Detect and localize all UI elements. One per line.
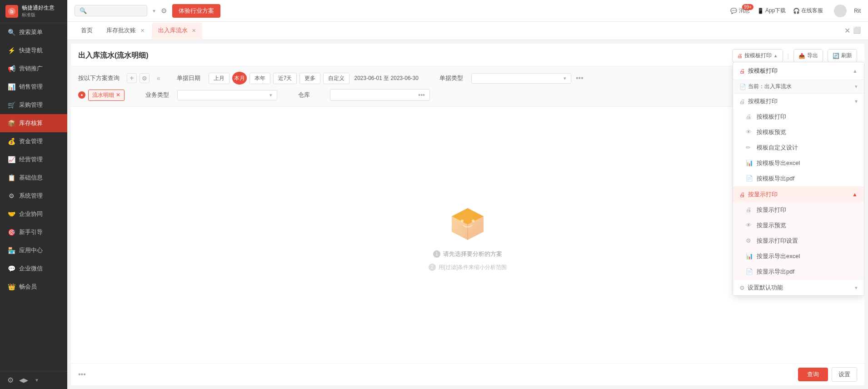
topbar: 🔍 ▾ ⚙ 体验行业方案 💬 消息 99+ 📱 App下载 🎧 在线客服 Rit xyxy=(67,0,868,22)
sidebar-item-operations[interactable]: 📈 经营管理 xyxy=(0,150,67,169)
refresh-btn[interactable]: 🔄 刷新 xyxy=(828,49,857,62)
topbar-search-input[interactable] xyxy=(90,8,135,14)
biz-type-select[interactable]: ▾ xyxy=(177,90,277,100)
query-btn[interactable]: 查询 xyxy=(798,368,828,381)
close-window-icon[interactable]: ✕ xyxy=(844,26,850,35)
step2-num: 2 xyxy=(429,264,436,271)
date-btn-custom[interactable]: 自定义 xyxy=(323,73,349,84)
collapse-sidebar-icon[interactable]: ◀▶ xyxy=(19,377,28,384)
step1-num: 1 xyxy=(433,250,440,258)
sidebar-item-basic[interactable]: 📋 基础信息 xyxy=(0,169,67,187)
setting-btn[interactable]: 设置 xyxy=(832,367,857,382)
sidebar-item-label: 库存核算 xyxy=(19,119,43,127)
tab-close-inventory-batch[interactable]: ✕ xyxy=(140,28,145,33)
date-btn-this-month[interactable]: 本月 xyxy=(232,72,247,85)
trial-btn[interactable]: 体验行业方案 xyxy=(172,4,220,18)
refresh-icon: 🔄 xyxy=(833,53,839,59)
message-btn[interactable]: 💬 消息 99+ xyxy=(730,7,750,15)
dropdown-footer[interactable]: ⚙ 设置默认功能 ▾ xyxy=(733,280,864,295)
date-btn-more[interactable]: 更多 xyxy=(299,73,320,84)
display-print-item-1[interactable]: 🖨 按显示打印 xyxy=(733,202,864,218)
display-print-item-3[interactable]: ⚙ 按显示打印设置 xyxy=(733,233,864,249)
settings-bottom-icon[interactable]: ⚙ xyxy=(7,376,14,384)
print-template-btn[interactable]: 🖨 按模板打印 ▲ xyxy=(732,49,783,62)
sidebar-item-shortcut[interactable]: ⚡ 快捷导航 xyxy=(0,41,67,60)
sidebar-item-member[interactable]: 👑 畅会员 xyxy=(0,278,67,296)
template-print-item-5[interactable]: 📄 按模板导出pdf xyxy=(733,171,864,186)
maximize-icon[interactable]: ⬜ xyxy=(853,26,861,35)
empty-illustration xyxy=(445,199,490,244)
template-print-item-4[interactable]: 📊 按模板导出excel xyxy=(733,155,864,171)
target-icon: 🎯 xyxy=(7,229,15,236)
tab-inout-flow[interactable]: 出入库流水 ✕ xyxy=(152,23,203,39)
svg-point-5 xyxy=(461,219,464,222)
date-btn-this-year[interactable]: 本年 xyxy=(249,73,270,84)
tag-label: 流水明细 xyxy=(92,91,114,99)
display-print-header[interactable]: 🖨 按显示打印 ▲ xyxy=(733,187,864,202)
display-print-section: 🖨 按显示打印 ▲ 🖨 按显示打印 👁 按显示预览 ⚙ 按显示打印设置 xyxy=(733,187,864,280)
sidebar-item-label: 资金管理 xyxy=(19,137,43,145)
template-print-item-3[interactable]: ✏ 模板自定义设计 xyxy=(733,140,864,155)
filter-settings-btn[interactable]: ⚙ xyxy=(140,73,150,83)
tab-home[interactable]: 首页 xyxy=(75,23,99,39)
sidebar-item-label: 营销推广 xyxy=(19,65,43,73)
print-dropdown-panel: 🖨 按模板打印 ▲ 📄 当前：出入库流水 ▾ 🖨 按模板打印 ▾ xyxy=(733,62,864,296)
user-avatar[interactable] xyxy=(834,5,847,17)
empty-step1: 1 请先选择要分析的方案 xyxy=(433,250,502,258)
sidebar-item-label: 畅会员 xyxy=(19,283,37,291)
chat-icon: 💬 xyxy=(7,265,15,272)
topbar-search-box[interactable]: 🔍 xyxy=(75,5,147,16)
sidebar-item-marketing[interactable]: 📢 营销推广 xyxy=(0,60,67,78)
tag-remove-btn[interactable]: ✕ xyxy=(116,92,120,98)
topbar-settings-icon[interactable]: ⚙ xyxy=(161,7,167,15)
dropdown-title: 🖨 按模板打印 xyxy=(739,67,778,75)
sidebar-item-system[interactable]: ⚙ 系统管理 xyxy=(0,187,67,205)
sidebar-item-label: 企业协同 xyxy=(19,210,43,218)
sidebar-item-purchase[interactable]: 🛒 采购管理 xyxy=(0,96,67,114)
printer-icon2: 🖨 xyxy=(739,68,745,75)
tab-inventory-batch[interactable]: 库存批次账 ✕ xyxy=(100,23,151,39)
sidebar-item-sales[interactable]: 📊 销售管理 xyxy=(0,78,67,96)
display-print-item-5[interactable]: 📄 按显示导出pdf xyxy=(733,264,864,279)
display-pdf-icon: 📄 xyxy=(746,268,753,275)
sidebar-scroll-down-arrow[interactable]: ▼ xyxy=(34,377,40,384)
add-filter-btn[interactable]: + xyxy=(127,73,137,83)
date-btn-7days[interactable]: 近7天 xyxy=(273,73,297,84)
template-print-item-1[interactable]: 🖨 按模板打印 xyxy=(733,109,864,125)
more-actions-icon[interactable]: ••• xyxy=(78,370,86,379)
online-service-btn[interactable]: 🎧 在线客服 xyxy=(793,7,823,15)
export-icon: 📤 xyxy=(798,53,805,59)
export-btn[interactable]: 📤 导出 xyxy=(793,49,823,62)
filter-collapse-arrow[interactable]: « xyxy=(157,75,160,82)
sidebar-item-appstore[interactable]: 🏪 应用中心 xyxy=(0,241,67,259)
display-print-item-4[interactable]: 📊 按显示导出excel xyxy=(733,249,864,264)
main-content: 🔍 ▾ ⚙ 体验行业方案 💬 消息 99+ 📱 App下载 🎧 在线客服 Rit xyxy=(67,0,868,389)
template-print-header[interactable]: 🖨 按模板打印 ▾ xyxy=(733,94,864,109)
template-print-item-2[interactable]: 👁 按模板预览 xyxy=(733,125,864,140)
app-logo-icon: b xyxy=(5,5,18,18)
user-name: Rit xyxy=(854,8,861,14)
voucher-type-select[interactable]: ▾ xyxy=(471,73,571,84)
app-download-btn[interactable]: 📱 App下载 xyxy=(757,7,786,15)
more-warehouse-icon[interactable]: ••• xyxy=(418,91,425,99)
sidebar-item-collab[interactable]: 🤝 企业协同 xyxy=(0,205,67,223)
topbar-dropdown-arrow[interactable]: ▾ xyxy=(153,8,155,14)
sidebar-item-finance[interactable]: 💰 资金管理 xyxy=(0,132,67,150)
tab-close-inout-flow[interactable]: ✕ xyxy=(192,28,196,33)
filter-section-label: 按以下方案查询 xyxy=(78,74,120,82)
edition-label: 标准版 xyxy=(22,12,55,18)
sidebar-item-search[interactable]: 🔍 搜索菜单 xyxy=(0,23,67,41)
current-template-icon: 📄 xyxy=(739,84,746,90)
display-print-item-2[interactable]: 👁 按显示预览 xyxy=(733,218,864,233)
chart-icon: 📊 xyxy=(7,83,15,90)
warehouse-select[interactable]: ••• xyxy=(330,89,430,101)
sidebar-item-guide[interactable]: 🎯 新手引导 xyxy=(0,223,67,241)
dropdown-header: 🖨 按模板打印 ▲ xyxy=(733,62,864,80)
sidebar-item-inventory[interactable]: 📦 库存核算 xyxy=(0,114,67,132)
sidebar-item-label: 应用中心 xyxy=(19,246,43,254)
sidebar-item-wechat[interactable]: 💬 企业微信 xyxy=(0,259,67,278)
more-options-icon[interactable]: ••• xyxy=(576,74,584,82)
sidebar-item-label: 系统管理 xyxy=(19,192,43,200)
clipboard-icon: 📋 xyxy=(7,174,15,181)
date-btn-last-month[interactable]: 上月 xyxy=(209,73,229,84)
